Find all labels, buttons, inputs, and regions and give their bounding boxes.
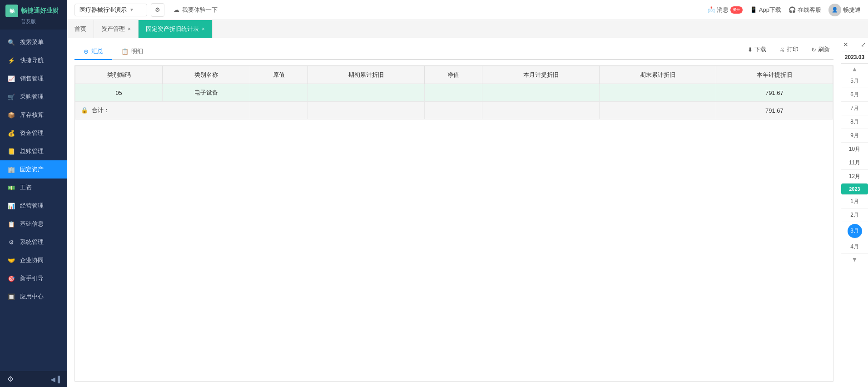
logo-icon: 畅: [5, 5, 18, 17]
col-net: 净值: [425, 66, 482, 84]
month-item-10[interactable]: 10月: [841, 143, 868, 156]
topbar: 医疗器械行业演示 ▼ ⚙ ☁ 我要体验一下 📩 消息 99+ 📱 App下载 🎧…: [67, 0, 868, 20]
date-panel-expand-icon[interactable]: ⤢: [861, 41, 866, 48]
sidebar-settings-icon[interactable]: ⚙: [7, 375, 14, 383]
col-monthly: 本月计提折旧: [482, 66, 599, 84]
user-name: 畅捷通: [843, 6, 861, 14]
print-label: 打印: [787, 45, 799, 54]
main-area: 医疗器械行业演示 ▼ ⚙ ☁ 我要体验一下 📩 消息 99+ 📱 App下载 🎧…: [67, 0, 868, 387]
date-panel: ✕ ⤢ 2023.03 ▲ 5月 6月 7月 8月 9月 10月 11月 12月…: [841, 38, 868, 387]
refresh-icon: ↻: [811, 46, 816, 53]
sub-tabs-right: ⬇ 下载 🖨 打印 ↻ 刷新: [744, 44, 833, 59]
print-button[interactable]: 🖨 打印: [775, 44, 802, 55]
sidebar-item-finance[interactable]: 💰 资金管理: [0, 124, 67, 142]
tab-fixed-asset-report[interactable]: 固定资产折旧统计表 ×: [139, 20, 213, 38]
sidebar-item-ledger[interactable]: 📒 总账管理: [0, 142, 67, 160]
date-panel-header: 2023.03: [841, 51, 868, 64]
month-item-11[interactable]: 11月: [841, 156, 868, 170]
download-button[interactable]: ⬇ 下载: [744, 44, 770, 55]
service-icon: 🎧: [789, 6, 796, 13]
sidebar-item-search[interactable]: 🔍 搜索菜单: [0, 33, 67, 51]
year-2023-badge: 2023: [841, 184, 868, 195]
detail-tab-icon: 📋: [121, 48, 129, 55]
sidebar-item-sales[interactable]: 📈 销售管理: [0, 69, 67, 88]
month-item-3[interactable]: 3月: [848, 224, 862, 238]
month-item-9[interactable]: 9月: [841, 129, 868, 143]
app-version: 普及版: [21, 18, 62, 25]
sidebar-item-label: 搜索菜单: [20, 38, 44, 46]
month-item-7[interactable]: 7月: [841, 102, 868, 115]
customer-service-button[interactable]: 🎧 在线客服: [789, 6, 821, 14]
sidebar-item-label: 应用中心: [20, 293, 44, 301]
experience-button[interactable]: ☁ 我要体验一下: [168, 4, 223, 16]
month-item-6[interactable]: 6月: [841, 88, 868, 102]
print-icon: 🖨: [779, 46, 785, 53]
tab-home[interactable]: 首页: [67, 20, 94, 38]
search-icon: 🔍: [7, 38, 15, 46]
row-accumulated: [308, 84, 424, 102]
tab-asset-mgmt-close[interactable]: ×: [128, 26, 131, 32]
tab-summary[interactable]: ⊕ 汇总: [74, 44, 112, 60]
month-item-8[interactable]: 8月: [841, 115, 868, 129]
date-panel-close-icon[interactable]: ✕: [843, 41, 848, 48]
company-name: 医疗器械行业演示: [79, 6, 127, 14]
download-label: 下载: [754, 45, 766, 54]
sidebar-item-base-info[interactable]: 📋 基础信息: [0, 215, 67, 233]
col-accumulated: 期初累计折旧: [308, 66, 424, 84]
company-selector[interactable]: 医疗器械行业演示 ▼: [74, 4, 147, 16]
operations-icon: 📊: [7, 202, 15, 210]
chevron-down-icon: ▼: [129, 7, 134, 12]
finance-icon: 💰: [7, 129, 15, 137]
month-item-12[interactable]: 12月: [841, 170, 868, 184]
tab-fixed-asset-report-close[interactable]: ×: [202, 26, 205, 32]
scroll-up-button[interactable]: ▲: [841, 64, 868, 74]
sidebar-item-label: 库存核算: [20, 111, 44, 119]
sidebar-item-payroll[interactable]: 💵 工资: [0, 179, 67, 197]
subtotal-original: [250, 102, 308, 119]
tab-asset-mgmt-label: 资产管理: [101, 25, 125, 33]
month-item-5[interactable]: 5月: [841, 74, 868, 88]
table-container: 类别编码 类别名称 原值 期初累计折旧 净值 本月计提折旧 期末累计折旧 本年计…: [74, 65, 833, 382]
row-net: [425, 84, 482, 102]
customer-service-label: 在线客服: [798, 6, 821, 14]
sidebar-item-label: 销售管理: [20, 74, 44, 83]
app-download-button[interactable]: 📱 App下载: [750, 6, 781, 14]
month-item-2[interactable]: 2月: [841, 208, 868, 222]
sidebar-item-inventory[interactable]: 📦 库存核算: [0, 106, 67, 124]
topbar-right: 📩 消息 99+ 📱 App下载 🎧 在线客服 👤 畅捷通: [708, 4, 861, 16]
sidebar-item-label: 工资: [20, 184, 32, 192]
tab-fixed-asset-report-label: 固定资产折旧统计表: [146, 25, 199, 33]
content-area: ⊕ 汇总 📋 明细 ⬇ 下载 🖨 打印: [67, 38, 868, 387]
col-end-accumulated: 期末累计折旧: [599, 66, 716, 84]
tab-detail[interactable]: 📋 明细: [112, 44, 152, 60]
chevron-down-icon: ▼: [852, 256, 858, 263]
month-item-1[interactable]: 1月: [841, 195, 868, 208]
sidebar-item-app-center[interactable]: 🔲 应用中心: [0, 288, 67, 306]
sidebar-item-enterprise[interactable]: 🤝 企业协同: [0, 251, 67, 269]
col-original: 原值: [250, 66, 308, 84]
avatar: 👤: [828, 4, 841, 16]
sidebar-item-purchase[interactable]: 🛒 采购管理: [0, 88, 67, 106]
subtotal-end-accumulated: [599, 102, 716, 119]
month-item-4[interactable]: 4月: [841, 240, 868, 254]
cloud-icon: ☁: [174, 6, 179, 13]
messages-button[interactable]: 📩 消息 99+: [708, 6, 743, 14]
summary-tab-label: 汇总: [91, 47, 103, 55]
download-icon: 📱: [750, 6, 757, 13]
sidebar-item-fixed-assets[interactable]: 🏢 固定资产: [0, 160, 67, 179]
settings-button[interactable]: ⚙: [151, 3, 164, 17]
user-profile[interactable]: 👤 畅捷通: [828, 4, 861, 16]
refresh-button[interactable]: ↻ 刷新: [808, 44, 833, 55]
sidebar-item-system[interactable]: ⚙ 系统管理: [0, 233, 67, 251]
tab-asset-mgmt[interactable]: 资产管理 ×: [94, 20, 139, 38]
month-item-3-container: 3月: [841, 222, 868, 240]
sidebar-item-operations[interactable]: 📊 经营管理: [0, 197, 67, 215]
row-original: [250, 84, 308, 102]
date-panel-content: ▲ 5月 6月 7月 8月 9月 10月 11月 12月 2023 1月 2月 …: [841, 64, 868, 387]
scroll-down-button[interactable]: ▼: [841, 254, 868, 265]
summary-tab-icon: ⊕: [84, 48, 89, 55]
app-logo: 畅 畅捷通好业财: [5, 5, 62, 17]
sidebar-collapse-icon[interactable]: ◀▐: [50, 376, 60, 383]
sidebar-item-quick-nav[interactable]: ⚡ 快捷导航: [0, 51, 67, 69]
sidebar-item-guide[interactable]: 🎯 新手引导: [0, 269, 67, 288]
